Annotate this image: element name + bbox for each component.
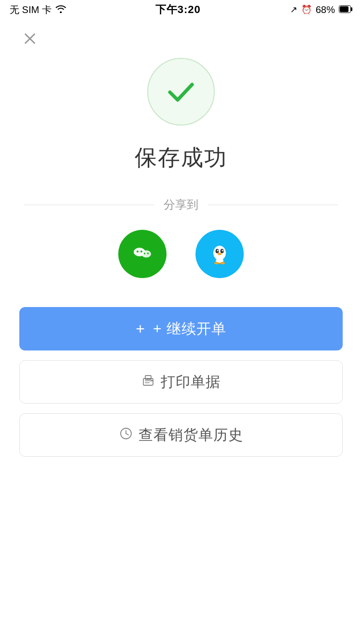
status-time: 下午3:20 (155, 2, 201, 17)
print-label: 打印单据 (161, 372, 221, 392)
continue-label: + 继续开单 (153, 319, 226, 339)
print-button[interactable]: 打印单据 (19, 360, 343, 404)
svg-rect-1 (351, 7, 352, 11)
alarm-icon: ⏰ (301, 4, 312, 15)
clock-icon (119, 427, 133, 444)
svg-point-8 (140, 251, 142, 252)
share-icons (118, 230, 244, 278)
svg-rect-24 (151, 380, 153, 381)
close-button[interactable] (19, 28, 41, 49)
share-label: 分享到 (154, 197, 208, 212)
status-left: 无 SIM 卡 (10, 3, 66, 16)
svg-rect-22 (145, 382, 150, 383)
continue-button[interactable]: + + 继续开单 (19, 307, 343, 350)
svg-point-19 (220, 262, 225, 265)
wifi-icon (56, 4, 66, 15)
history-label: 查看销货单历史 (139, 425, 243, 445)
status-bar: 无 SIM 卡 下午3:20 ↗ ⏰ 68% (0, 0, 362, 19)
svg-rect-21 (145, 380, 152, 381)
status-right: ↗ ⏰ 68% (290, 4, 352, 15)
main-content: 保存成功 分享到 (0, 19, 362, 457)
svg-point-7 (137, 251, 139, 252)
svg-point-15 (217, 250, 219, 252)
history-button[interactable]: 查看销货单历史 (19, 413, 343, 457)
svg-rect-2 (340, 6, 348, 12)
svg-point-10 (147, 252, 149, 254)
svg-point-17 (218, 253, 222, 255)
svg-point-16 (222, 250, 223, 252)
battery-icon (339, 4, 352, 15)
share-divider: 分享到 (0, 197, 362, 212)
svg-line-27 (126, 434, 128, 435)
success-title: 保存成功 (135, 143, 227, 173)
plus-icon: + (136, 320, 145, 338)
divider-right (208, 205, 338, 205)
svg-point-18 (214, 262, 219, 265)
buttons-section: + + 继续开单 打印单据 (0, 307, 362, 457)
wechat-share-button[interactable] (118, 230, 167, 278)
success-circle (147, 58, 215, 126)
qq-share-button[interactable] (195, 230, 244, 278)
svg-point-9 (144, 252, 145, 254)
no-sim-text: 无 SIM 卡 (10, 3, 52, 16)
location-icon: ↗ (290, 4, 297, 15)
print-icon (141, 374, 155, 391)
battery-text: 68% (316, 4, 335, 15)
svg-point-6 (141, 251, 151, 258)
divider-left (24, 205, 154, 205)
